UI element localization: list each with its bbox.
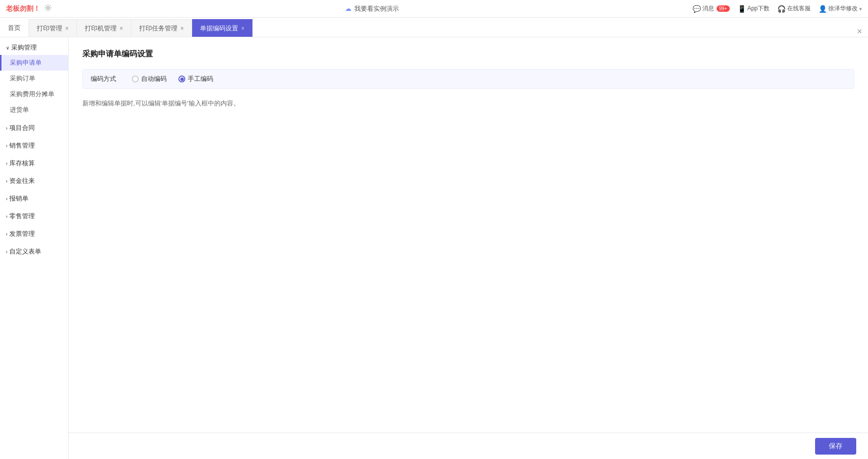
- funds-chevron-icon: ›: [6, 178, 7, 184]
- tab-print-task-label: 打印任务管理: [139, 24, 177, 33]
- sidebar-group-project-label: 项目合同: [9, 124, 35, 132]
- invoice-chevron-icon: ›: [6, 231, 7, 237]
- demo-text[interactable]: 我要看实例演示: [354, 4, 399, 13]
- project-chevron-icon: ›: [6, 126, 7, 131]
- sidebar-group-funds-title[interactable]: › 资金往来: [0, 173, 68, 188]
- sidebar-group-retail: › 零售管理: [0, 208, 68, 224]
- sidebar-group-funds-label: 资金往来: [9, 177, 35, 185]
- tab-print-task[interactable]: 打印任务管理 ×: [131, 19, 192, 37]
- tab-printer-mgmt[interactable]: 打印机管理 ×: [77, 19, 131, 37]
- sidebar: ∨ 采购管理 采购申请单 采购订单 采购费用分摊单 进货单 › 项目合同: [0, 37, 69, 459]
- radio-manual-label: 手工编码: [188, 75, 213, 83]
- tab-print-task-close[interactable]: ×: [180, 26, 184, 31]
- sidebar-group-invoice-label: 发票管理: [9, 230, 35, 238]
- page-title: 采购申请单编码设置: [82, 49, 854, 59]
- user-icon: [818, 5, 827, 13]
- radio-auto[interactable]: 自动编码: [132, 75, 167, 83]
- sidebar-item-purchase-order[interactable]: 采购订单: [0, 71, 68, 86]
- sidebar-group-custom: › 自定义表单: [0, 243, 68, 259]
- sidebar-item-warehousing[interactable]: 进货单: [0, 102, 68, 118]
- tab-bar-close[interactable]: ×: [857, 26, 868, 37]
- sidebar-group-sales-title[interactable]: › 销售管理: [0, 137, 68, 153]
- purchase-chevron-icon: ∨: [6, 45, 9, 51]
- top-bar-left: 老板勿割！: [6, 4, 52, 13]
- sidebar-group-custom-title[interactable]: › 自定义表单: [0, 243, 68, 259]
- sidebar-group-invoice-title[interactable]: › 发票管理: [0, 226, 68, 241]
- tab-print-mgmt[interactable]: 打印管理 ×: [29, 19, 77, 37]
- message-label: 消息: [702, 4, 714, 13]
- close-panel-icon[interactable]: ×: [857, 26, 862, 37]
- main-layout: ∨ 采购管理 采购申请单 采购订单 采购费用分摊单 进货单 › 项目合同: [0, 37, 868, 459]
- sidebar-group-invoice: › 发票管理: [0, 226, 68, 241]
- sidebar-group-purchase-label: 采购管理: [11, 43, 37, 52]
- sidebar-group-inventory-label: 库存核算: [9, 159, 35, 168]
- message-button[interactable]: 消息 99+: [693, 4, 730, 13]
- sidebar-item-purchase-expense[interactable]: 采购费用分摊单: [0, 86, 68, 102]
- message-icon: [693, 5, 701, 13]
- sidebar-group-purchase-title[interactable]: ∨ 采购管理: [0, 39, 68, 55]
- tab-home-label: 首页: [8, 24, 21, 32]
- message-badge: 99+: [717, 5, 730, 12]
- service-button[interactable]: 在线客服: [777, 4, 811, 13]
- sidebar-item-purchase-order-label: 采购订单: [10, 75, 35, 82]
- sidebar-group-inventory-title[interactable]: › 库存核算: [0, 155, 68, 171]
- tab-barcode-setting[interactable]: 单据编码设置 ×: [192, 19, 253, 37]
- sidebar-group-sales: › 销售管理: [0, 137, 68, 153]
- inventory-chevron-icon: ›: [6, 161, 7, 166]
- cloud-icon: ☁: [345, 5, 351, 12]
- encoding-label: 编码方式: [91, 75, 120, 83]
- custom-chevron-icon: ›: [6, 249, 7, 255]
- app-label: App下数: [747, 4, 769, 13]
- sidebar-group-returns-label: 报销单: [9, 194, 28, 203]
- radio-auto-circle[interactable]: [132, 76, 139, 82]
- sidebar-group-inventory: › 库存核算: [0, 155, 68, 171]
- content-inner: 采购申请单编码设置 编码方式 自动编码 手工编码 新增和编辑单据时,可以编辑'单…: [69, 37, 868, 433]
- tab-bar: 首页 打印管理 × 打印机管理 × 打印任务管理 × 单据编码设置 × ×: [0, 18, 868, 37]
- user-chevron-icon: [859, 5, 862, 12]
- tab-barcode-setting-label: 单据编码设置: [200, 24, 238, 33]
- sidebar-item-purchase-expense-label: 采购费用分摊单: [10, 90, 54, 98]
- sidebar-group-funds: › 资金往来: [0, 173, 68, 188]
- save-button[interactable]: 保存: [815, 438, 856, 455]
- user-name: 徐泽华修改: [828, 4, 858, 13]
- sidebar-group-retail-title[interactable]: › 零售管理: [0, 208, 68, 224]
- sidebar-item-warehousing-label: 进货单: [10, 106, 29, 113]
- encoding-row: 编码方式 自动编码 手工编码: [82, 69, 854, 89]
- hint-text: 新增和编辑单据时,可以编辑'单据编号'输入框中的内容。: [82, 99, 854, 109]
- service-icon: [777, 5, 786, 13]
- tab-print-mgmt-close[interactable]: ×: [65, 26, 69, 31]
- sidebar-group-sales-label: 销售管理: [9, 141, 35, 150]
- top-bar: 老板勿割！ ☁ 我要看实例演示 消息 99+ App下数 在线客服 徐泽华修改: [0, 0, 868, 18]
- tab-printer-mgmt-close[interactable]: ×: [120, 26, 123, 31]
- sidebar-group-project: › 项目合同: [0, 120, 68, 135]
- top-bar-center: ☁ 我要看实例演示: [345, 4, 399, 13]
- radio-manual-circle[interactable]: [178, 76, 185, 82]
- tab-home[interactable]: 首页: [0, 19, 29, 37]
- sidebar-group-custom-label: 自定义表单: [9, 247, 41, 256]
- radio-manual[interactable]: 手工编码: [178, 75, 213, 83]
- app-download-button[interactable]: App下数: [738, 4, 769, 13]
- tab-printer-mgmt-label: 打印机管理: [85, 24, 117, 33]
- svg-point-0: [47, 7, 50, 9]
- sidebar-item-purchase-req[interactable]: 采购申请单: [0, 55, 68, 71]
- logo: 老板勿割！: [6, 4, 40, 13]
- retail-chevron-icon: ›: [6, 214, 7, 219]
- top-bar-right: 消息 99+ App下数 在线客服 徐泽华修改: [693, 4, 862, 13]
- settings-icon[interactable]: [44, 4, 52, 13]
- sales-chevron-icon: ›: [6, 143, 7, 149]
- sidebar-group-project-title[interactable]: › 项目合同: [0, 120, 68, 135]
- sidebar-group-retail-label: 零售管理: [9, 212, 35, 221]
- sidebar-item-purchase-req-label: 采购申请单: [10, 59, 42, 66]
- sidebar-group-purchase: ∨ 采购管理 采购申请单 采购订单 采购费用分摊单 进货单: [0, 39, 68, 118]
- sidebar-group-returns-title[interactable]: › 报销单: [0, 190, 68, 206]
- sidebar-group-returns: › 报销单: [0, 190, 68, 206]
- app-icon: [738, 5, 746, 13]
- content-footer: 保存: [69, 433, 868, 459]
- returns-chevron-icon: ›: [6, 196, 7, 202]
- radio-auto-label: 自动编码: [141, 75, 167, 83]
- user-profile[interactable]: 徐泽华修改: [818, 4, 862, 13]
- tab-print-mgmt-label: 打印管理: [37, 24, 62, 33]
- content-area: 采购申请单编码设置 编码方式 自动编码 手工编码 新增和编辑单据时,可以编辑'单…: [69, 37, 868, 459]
- tab-barcode-setting-close[interactable]: ×: [241, 26, 245, 31]
- service-label: 在线客服: [787, 4, 811, 13]
